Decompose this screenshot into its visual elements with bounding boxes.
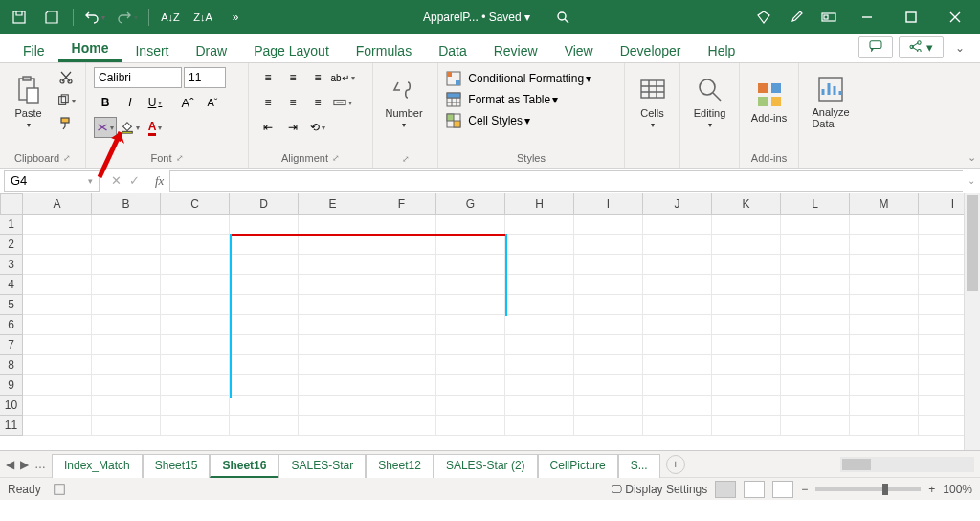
cell[interactable] (299, 235, 368, 255)
font-name-combo[interactable] (94, 67, 182, 88)
cell[interactable] (230, 295, 299, 315)
cell[interactable] (574, 255, 643, 275)
column-header[interactable]: J (643, 193, 712, 215)
cell[interactable] (230, 355, 299, 375)
ribbon-collapse-icon[interactable]: ⌄ (968, 151, 976, 164)
decrease-indent-icon[interactable]: ⇤ (256, 117, 279, 138)
cancel-formula-icon[interactable]: ✕ (111, 173, 122, 188)
cell[interactable] (505, 275, 574, 295)
diamond-icon[interactable] (750, 4, 777, 31)
wrap-text-button[interactable]: ab↵ (331, 67, 354, 88)
cell[interactable] (92, 416, 161, 436)
zoom-level[interactable]: 100% (943, 483, 972, 496)
font-size-combo[interactable] (184, 67, 226, 88)
cell[interactable] (781, 275, 850, 295)
ribbon-mode-icon[interactable] (815, 4, 842, 31)
row-header[interactable]: 5 (0, 295, 23, 315)
border-button[interactable] (94, 117, 117, 138)
cell[interactable] (299, 355, 368, 375)
clipboard-dialog-icon[interactable]: ⤢ (63, 153, 71, 163)
column-header[interactable]: F (368, 193, 436, 215)
share-button[interactable]: ▾ (899, 36, 944, 58)
cell[interactable] (161, 295, 230, 315)
cell[interactable] (505, 255, 574, 275)
underline-button[interactable]: U (144, 92, 167, 113)
cell[interactable] (781, 416, 850, 436)
cell[interactable] (23, 295, 92, 315)
cell[interactable] (230, 255, 299, 275)
paste-button[interactable]: Paste▾ (8, 67, 49, 136)
cell[interactable] (712, 355, 781, 375)
cell[interactable] (436, 355, 505, 375)
cell[interactable] (781, 396, 850, 416)
cell[interactable] (92, 295, 161, 315)
tab-help[interactable]: Help (695, 37, 749, 62)
cell[interactable] (230, 375, 299, 396)
cell[interactable] (92, 315, 161, 335)
cell[interactable] (230, 396, 299, 416)
cell[interactable] (643, 315, 712, 335)
cell[interactable] (161, 255, 230, 275)
cell[interactable] (505, 355, 574, 375)
cell[interactable] (505, 396, 574, 416)
cell[interactable] (781, 315, 850, 335)
cell[interactable] (23, 275, 92, 295)
column-header[interactable]: H (505, 193, 574, 215)
cell[interactable] (92, 275, 161, 295)
cell[interactable] (23, 215, 92, 235)
cell[interactable] (230, 235, 299, 255)
cell[interactable] (436, 275, 505, 295)
cell[interactable] (161, 275, 230, 295)
align-middle-icon[interactable]: ≡ (281, 67, 304, 88)
shrink-font-button[interactable]: Aˇ (201, 92, 224, 113)
maximize-button[interactable] (892, 4, 930, 31)
cell[interactable] (299, 416, 368, 436)
cell[interactable] (850, 355, 919, 375)
cell[interactable] (436, 375, 505, 396)
cell[interactable] (781, 255, 850, 275)
italic-button[interactable]: I (119, 92, 142, 113)
format-as-table-button[interactable]: Format as Table ▾ (446, 92, 558, 107)
cell[interactable] (850, 335, 919, 355)
cell[interactable] (23, 396, 92, 416)
accessibility-icon[interactable] (53, 483, 66, 496)
cell[interactable] (436, 295, 505, 315)
sheet-tab[interactable]: SALES-Star (2) (434, 454, 538, 478)
cell[interactable] (643, 416, 712, 436)
analyze-data-button[interactable]: Analyze Data (807, 67, 855, 136)
tab-draw[interactable]: Draw (182, 37, 240, 62)
cell[interactable] (368, 215, 436, 235)
cell[interactable] (92, 355, 161, 375)
new-sheet-button[interactable]: + (666, 455, 685, 474)
tab-formulas[interactable]: Formulas (343, 37, 425, 62)
cell[interactable] (436, 396, 505, 416)
cell[interactable] (781, 215, 850, 235)
row-header[interactable]: 6 (0, 315, 23, 335)
row-header[interactable]: 10 (0, 396, 23, 416)
cell[interactable] (23, 355, 92, 375)
sort-desc-icon[interactable]: Z↓A (189, 4, 216, 31)
search-icon[interactable] (549, 4, 576, 31)
cell[interactable] (230, 315, 299, 335)
cell[interactable] (781, 295, 850, 315)
undo-button[interactable] (81, 4, 108, 31)
cell[interactable] (299, 315, 368, 335)
cell[interactable] (368, 396, 436, 416)
cell[interactable] (574, 275, 643, 295)
row-header[interactable]: 3 (0, 255, 23, 275)
autosave-icon[interactable] (6, 4, 33, 31)
cell[interactable] (712, 335, 781, 355)
cell[interactable] (92, 396, 161, 416)
cell[interactable] (712, 275, 781, 295)
cell[interactable] (712, 215, 781, 235)
minimize-button[interactable] (848, 4, 886, 31)
save-icon[interactable] (38, 4, 65, 31)
sheet-nav-more-icon[interactable]: … (34, 458, 46, 471)
cell[interactable] (781, 335, 850, 355)
cell[interactable] (23, 315, 92, 335)
fill-color-button[interactable] (119, 117, 142, 138)
cell[interactable] (23, 375, 92, 396)
cell[interactable] (574, 416, 643, 436)
select-all-corner[interactable] (0, 193, 23, 215)
cell[interactable] (712, 416, 781, 436)
